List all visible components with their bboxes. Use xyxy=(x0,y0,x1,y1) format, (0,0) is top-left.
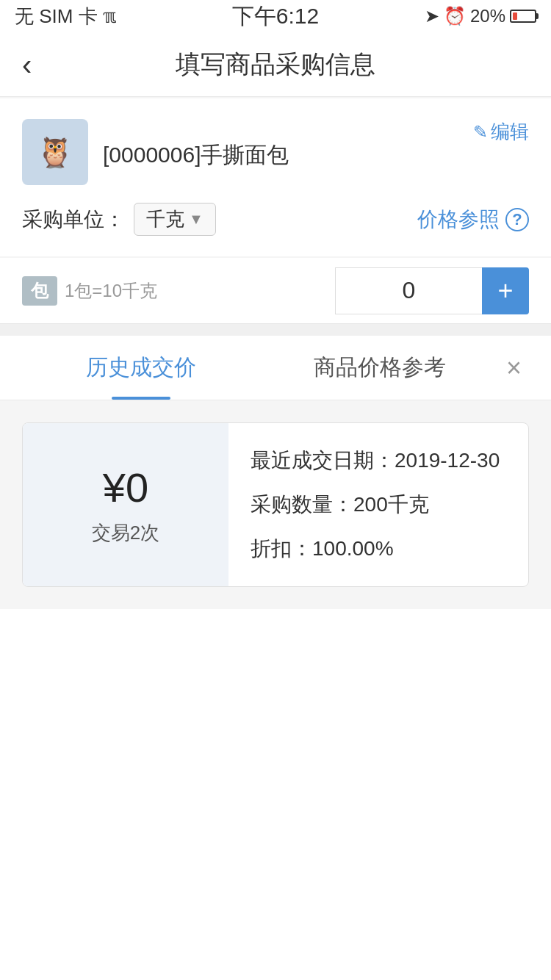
status-right: ➤ ⏰ 20% xyxy=(425,6,536,26)
tabs-container: 历史成交价 商品价格参考 × xyxy=(0,336,551,400)
package-badge: 包 xyxy=(22,276,57,306)
nav-bar: ‹ 填写商品采购信息 xyxy=(0,32,551,97)
discount-label: 折扣： xyxy=(251,537,312,560)
status-signal: 无 SIM 卡 ℼ xyxy=(15,4,116,29)
product-header: 🦉 [0000006]手撕面包 ✎ 编辑 xyxy=(22,119,529,185)
product-name: [0000006]手撕面包 xyxy=(103,140,289,170)
unit-select[interactable]: 千克 ▼ xyxy=(134,203,216,236)
battery-fill xyxy=(513,12,517,20)
product-left: 🦉 [0000006]手撕面包 xyxy=(22,119,289,185)
product-card: 🦉 [0000006]手撕面包 ✎ 编辑 采购单位： 千克 ▼ 价格参照 ? xyxy=(0,98,551,256)
recent-date-label: 最近成交日期： xyxy=(251,449,395,472)
product-footer: 采购单位： 千克 ▼ 价格参照 ? xyxy=(22,203,529,236)
section-divider xyxy=(0,324,551,336)
unit-row: 采购单位： 千克 ▼ xyxy=(22,203,216,236)
history-price-panel: ¥0 交易2次 xyxy=(23,423,228,586)
alarm-icon: ⏰ xyxy=(444,6,466,26)
purchase-qty-row: 采购数量：200千克 xyxy=(251,489,506,520)
history-trade-count: 交易2次 xyxy=(92,520,159,546)
history-details-panel: 最近成交日期：2019-12-30 采购数量：200千克 折扣：100.00% xyxy=(228,423,528,586)
recent-date-row: 最近成交日期：2019-12-30 xyxy=(251,445,506,476)
history-price: ¥0 xyxy=(103,464,148,511)
status-time: 下午6:12 xyxy=(232,1,319,32)
purchase-qty-label: 采购数量： xyxy=(251,493,353,516)
quantity-plus-button[interactable]: + xyxy=(482,267,529,314)
tabs-close-button[interactable]: × xyxy=(499,345,529,391)
product-logo: 🦉 xyxy=(37,135,73,170)
edit-button[interactable]: ✎ 编辑 xyxy=(473,119,529,145)
battery-icon-container xyxy=(510,10,536,23)
discount-row: 折扣：100.00% xyxy=(251,533,506,564)
history-section: ¥0 交易2次 最近成交日期：2019-12-30 采购数量：200千克 折扣：… xyxy=(0,400,551,609)
recent-date-value: 2019-12-30 xyxy=(395,449,500,472)
quantity-input[interactable] xyxy=(335,267,482,314)
page-title: 填写商品采购信息 xyxy=(176,48,375,82)
battery-percent: 20% xyxy=(470,6,505,26)
help-icon: ? xyxy=(505,208,529,231)
discount-value: 100.00% xyxy=(312,537,394,560)
bottom-space xyxy=(0,609,551,980)
quantity-row: 包 1包=10千克 + xyxy=(0,258,551,324)
tab-history-price[interactable]: 历史成交价 xyxy=(22,336,260,400)
price-ref-button[interactable]: 价格参照 ? xyxy=(417,206,529,234)
tab-price-reference[interactable]: 商品价格参考 xyxy=(260,336,498,400)
unit-label: 采购单位： xyxy=(22,206,125,234)
quantity-label: 包 1包=10千克 xyxy=(22,276,157,306)
back-button[interactable]: ‹ xyxy=(22,50,32,79)
dropdown-arrow-icon: ▼ xyxy=(189,211,204,228)
history-card: ¥0 交易2次 最近成交日期：2019-12-30 采购数量：200千克 折扣：… xyxy=(22,422,529,587)
unit-value: 千克 xyxy=(146,206,184,232)
tab-underline xyxy=(112,397,170,400)
product-thumbnail: 🦉 xyxy=(22,119,88,185)
quantity-controls: + xyxy=(335,267,529,314)
location-icon: ➤ xyxy=(425,6,439,26)
status-bar: 无 SIM 卡 ℼ 下午6:12 ➤ ⏰ 20% xyxy=(0,0,551,32)
edit-icon: ✎ xyxy=(473,122,488,143)
purchase-qty-value: 200千克 xyxy=(353,493,429,516)
battery-icon xyxy=(510,10,536,23)
unit-hint: 1包=10千克 xyxy=(65,279,157,303)
